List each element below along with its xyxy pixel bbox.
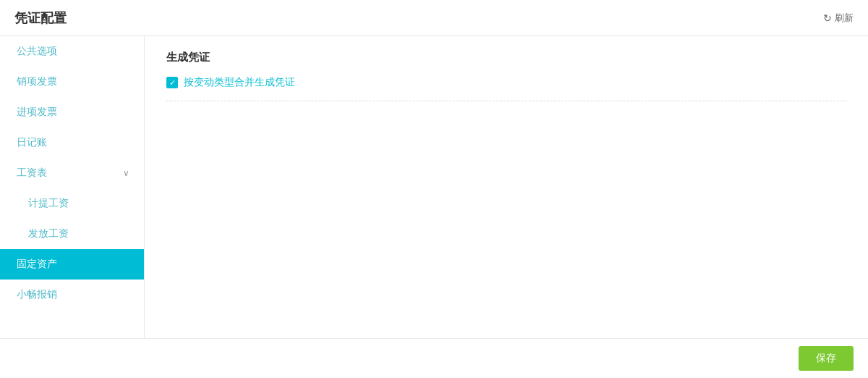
footer-bar: 保存: [0, 338, 868, 378]
sidebar-item-calc-salary[interactable]: 计提工资: [0, 188, 144, 219]
sidebar-item-label: 小畅报销: [17, 288, 57, 301]
sidebar-item-sales-invoice[interactable]: 销项发票: [0, 67, 144, 97]
sidebar-item-journal[interactable]: 日记账: [0, 127, 144, 158]
refresh-icon: ↻: [823, 12, 832, 24]
sidebar-item-pay-salary[interactable]: 发放工资: [0, 219, 144, 249]
divider: [166, 101, 846, 101]
save-button[interactable]: 保存: [799, 346, 854, 371]
page-header: 凭证配置 ↻ 刷新: [0, 0, 868, 36]
check-mark-icon: ✓: [169, 79, 176, 87]
sidebar-item-label: 公共选项: [17, 45, 57, 58]
refresh-label: 刷新: [835, 12, 854, 25]
sidebar-item-label: 销项发票: [17, 75, 57, 88]
sidebar-item-public-options[interactable]: 公共选项: [0, 36, 144, 67]
sidebar-item-purchase-invoice[interactable]: 进项发票: [0, 97, 144, 127]
sidebar-item-label: 固定资产: [17, 258, 57, 271]
merge-checkbox[interactable]: ✓: [166, 77, 178, 88]
section-title: 生成凭证: [166, 51, 846, 64]
sidebar-item-expense-report[interactable]: 小畅报销: [0, 280, 144, 310]
page-title: 凭证配置: [14, 9, 67, 27]
main-area: 公共选项销项发票进项发票日记账工资表∨计提工资发放工资固定资产小畅报销 生成凭证…: [0, 36, 868, 338]
sidebar: 公共选项销项发票进项发票日记账工资表∨计提工资发放工资固定资产小畅报销: [0, 36, 145, 338]
content-area: 生成凭证 ✓ 按变动类型合并生成凭证: [145, 36, 868, 338]
page-wrapper: 凭证配置 ↻ 刷新 公共选项销项发票进项发票日记账工资表∨计提工资发放工资固定资…: [0, 0, 868, 378]
chevron-down-icon: ∨: [123, 168, 129, 178]
checkbox-label[interactable]: 按变动类型合并生成凭证: [184, 76, 295, 89]
sidebar-item-label: 进项发票: [17, 106, 57, 119]
sidebar-item-fixed-assets[interactable]: 固定资产: [0, 249, 144, 280]
refresh-button[interactable]: ↻ 刷新: [823, 12, 854, 25]
sidebar-item-label: 工资表: [17, 167, 47, 180]
sidebar-item-label: 发放工资: [28, 227, 69, 240]
sidebar-item-label: 日记账: [17, 136, 47, 149]
sidebar-item-payroll-table[interactable]: 工资表∨: [0, 158, 144, 188]
checkbox-row: ✓ 按变动类型合并生成凭证: [166, 76, 846, 89]
sidebar-item-label: 计提工资: [28, 197, 69, 210]
